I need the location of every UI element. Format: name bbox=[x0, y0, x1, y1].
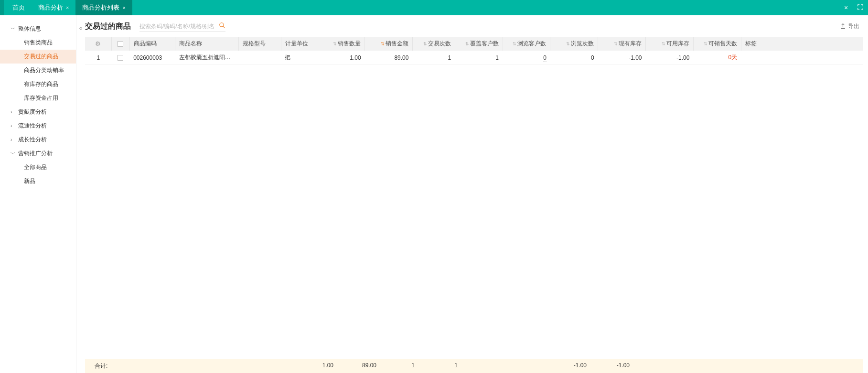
footer-cell-avail: -1.00 bbox=[590, 362, 633, 370]
tab-label: 商品分析列表 bbox=[82, 3, 119, 12]
export-button[interactable]: 导出 bbox=[840, 22, 859, 31]
close-icon[interactable]: × bbox=[66, 5, 69, 11]
export-label: 导出 bbox=[848, 22, 859, 31]
sidebar-group-marketing[interactable]: ﹀ 营销推广分析 bbox=[0, 147, 76, 160]
tab-product-analysis-list[interactable]: 商品分析列表 × bbox=[75, 0, 132, 15]
tab-home[interactable]: 首页 bbox=[6, 0, 32, 15]
col-header-days[interactable]: ⇅可销售天数 bbox=[693, 37, 741, 51]
cell-code: 002600003 bbox=[129, 51, 175, 65]
footer-cell-spec bbox=[224, 362, 262, 370]
sidebar-item-new-products[interactable]: 新品 bbox=[0, 174, 76, 188]
top-tab-bar: 首页 商品分析 × 商品分析列表 × × bbox=[0, 0, 868, 15]
cell-tag bbox=[741, 51, 863, 65]
content-area: 交易过的商品 导出 bbox=[85, 15, 868, 373]
sort-icon: ⇅ bbox=[423, 42, 427, 46]
cell-days: 0天 bbox=[693, 51, 741, 65]
col-header-name: 商品名称 bbox=[175, 37, 239, 51]
col-header-chk bbox=[111, 37, 129, 51]
row-checkbox[interactable] bbox=[118, 55, 123, 61]
chevron-down-icon: ﹀ bbox=[11, 150, 15, 157]
footer-cell-qty: 1.00 bbox=[294, 362, 337, 370]
close-icon[interactable]: × bbox=[122, 5, 125, 11]
footer-cell-bcust bbox=[461, 362, 504, 370]
sidebar-item-all-products[interactable]: 全部商品 bbox=[0, 160, 76, 174]
cell-name: 左都胶囊五折遮阳伞防晒伞; bbox=[175, 51, 239, 65]
col-label: 销售金额 bbox=[386, 40, 408, 47]
col-header-qty[interactable]: ⇅销售数量 bbox=[317, 37, 365, 51]
footer-cell-code bbox=[125, 362, 166, 370]
sort-icon: ⇅ bbox=[333, 42, 337, 46]
search-input[interactable] bbox=[139, 21, 225, 32]
col-header-stock[interactable]: ⇅现有库存 bbox=[598, 37, 646, 51]
footer-cell-bview bbox=[504, 362, 547, 370]
sidebar-item-traded-products[interactable]: 交易过的商品 bbox=[0, 50, 76, 64]
col-header-gear: ⚙ bbox=[85, 37, 111, 51]
page-title: 交易过的商品 bbox=[85, 21, 131, 32]
sort-icon: ⇅ bbox=[662, 42, 665, 46]
chevron-right-icon: › bbox=[11, 137, 15, 142]
col-header-tx[interactable]: ⇅交易次数 bbox=[412, 37, 455, 51]
row-index: 1 bbox=[85, 51, 111, 65]
chevron-right-icon: › bbox=[11, 109, 15, 115]
sidebar-group-label: 贡献度分析 bbox=[18, 108, 47, 116]
select-all-checkbox[interactable] bbox=[118, 41, 123, 47]
sort-icon: ⇅ bbox=[704, 42, 707, 46]
sidebar-group-liquidity[interactable]: › 流通性分析 bbox=[0, 119, 76, 133]
sort-icon: ⇅ bbox=[566, 42, 570, 46]
cell-spec bbox=[239, 51, 281, 65]
col-label: 覆盖客户数 bbox=[470, 40, 499, 47]
col-header-spec: 规格型号 bbox=[239, 37, 281, 51]
cell-qty: 1.00 bbox=[317, 51, 365, 65]
sidebar-item-in-stock-products[interactable]: 有库存的商品 bbox=[0, 77, 76, 91]
sort-icon: ⇅ bbox=[614, 42, 618, 46]
sidebar-item-inventory-capital[interactable]: 库存资金占用 bbox=[0, 91, 76, 105]
search-icon[interactable] bbox=[219, 22, 225, 30]
table-row[interactable]: 1002600003左都胶囊五折遮阳伞防晒伞;把1.0089.001100-1.… bbox=[85, 51, 863, 65]
gear-icon[interactable]: ⚙ bbox=[95, 40, 101, 47]
tab-label: 商品分析 bbox=[38, 3, 63, 12]
sidebar-group-contribution[interactable]: › 贡献度分析 bbox=[0, 105, 76, 119]
sort-icon: ⇅ bbox=[465, 42, 469, 46]
sidebar-group-growth[interactable]: › 成长性分析 bbox=[0, 133, 76, 147]
table-footer-totals: 合计:1.0089.0011-1.00-1.00 bbox=[85, 359, 863, 373]
sidebar-collapse-column: « bbox=[76, 15, 85, 373]
footer-cell-unit bbox=[262, 362, 294, 370]
col-label: 现有库存 bbox=[619, 40, 642, 47]
cell-stock: -1.00 bbox=[598, 51, 646, 65]
footer-cell-chk bbox=[109, 362, 125, 370]
col-label: 销售数量 bbox=[338, 40, 361, 47]
sidebar-group-overall[interactable]: ﹀ 整体信息 bbox=[0, 22, 76, 36]
tab-label: 首页 bbox=[12, 3, 25, 12]
footer-cell-name bbox=[166, 362, 224, 370]
footer-cell-amt: 89.00 bbox=[337, 362, 380, 370]
sidebar: ﹀ 整体信息 销售类商品 交易过的商品 商品分类动销率 有库存的商品 库存资金占… bbox=[0, 15, 76, 373]
main-layout: ﹀ 整体信息 销售类商品 交易过的商品 商品分类动销率 有库存的商品 库存资金占… bbox=[0, 15, 868, 373]
cell-bcust: 0 bbox=[503, 51, 550, 65]
chevron-right-icon: › bbox=[11, 123, 15, 128]
col-header-bcust[interactable]: ⇅浏览客户数 bbox=[503, 37, 550, 51]
sidebar-group-label: 营销推广分析 bbox=[18, 149, 53, 158]
sidebar-item-sale-products[interactable]: 销售类商品 bbox=[0, 36, 76, 50]
tab-product-analysis[interactable]: 商品分析 × bbox=[32, 0, 75, 15]
cell-avail: -1.00 bbox=[646, 51, 694, 65]
close-all-icon[interactable]: × bbox=[841, 4, 851, 11]
col-label: 规格型号 bbox=[243, 40, 266, 47]
col-header-bview[interactable]: ⇅浏览次数 bbox=[550, 37, 598, 51]
search-wrap bbox=[139, 21, 225, 32]
col-header-unit: 计量单位 bbox=[281, 37, 317, 51]
col-header-cust[interactable]: ⇅覆盖客户数 bbox=[455, 37, 503, 51]
sort-icon: ⇅ bbox=[381, 42, 385, 46]
col-header-amt[interactable]: ⇅销售金额 bbox=[365, 37, 413, 51]
table-scroll[interactable]: ⚙商品编码商品名称规格型号计量单位⇅销售数量⇅销售金额⇅交易次数⇅覆盖客户数⇅浏… bbox=[85, 37, 868, 359]
col-label: 交易次数 bbox=[428, 40, 451, 47]
collapse-sidebar-icon[interactable]: « bbox=[79, 25, 83, 32]
fullscreen-icon[interactable] bbox=[856, 4, 865, 12]
sidebar-item-category-sale-rate[interactable]: 商品分类动销率 bbox=[0, 64, 76, 77]
sidebar-group-label: 流通性分析 bbox=[18, 122, 47, 130]
col-header-avail[interactable]: ⇅可用库存 bbox=[646, 37, 694, 51]
col-label: 可销售天数 bbox=[708, 40, 737, 47]
col-label: 商品名称 bbox=[179, 40, 202, 47]
footer-cell-tag bbox=[676, 362, 786, 370]
col-header-code: 商品编码 bbox=[129, 37, 175, 51]
svg-point-0 bbox=[220, 23, 224, 27]
